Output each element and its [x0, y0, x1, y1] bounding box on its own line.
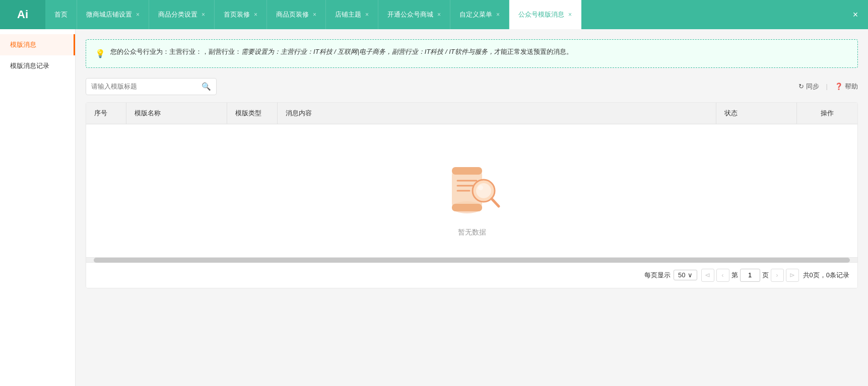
search-actions: ↻ 同步 | ❓ 帮助 — [798, 82, 858, 91]
tab-close-weishop[interactable]: × — [136, 11, 140, 18]
horizontal-scrollbar[interactable] — [86, 257, 857, 262]
nav-close-button[interactable]: × — [843, 0, 868, 29]
app-logo: Ai — [0, 0, 45, 29]
nav-tab-product[interactable]: 商品页装修 × — [267, 0, 326, 29]
tab-close-category[interactable]: × — [202, 11, 205, 18]
nav-tab-home[interactable]: 首页 — [45, 0, 77, 29]
page-nav: ⊲ ‹ 第 页 › ⊳ — [701, 269, 799, 282]
tab-close-template[interactable]: × — [568, 11, 572, 18]
tab-close-homepage[interactable]: × — [254, 11, 257, 18]
notice-icon: 💡 — [95, 47, 105, 60]
tab-close-theme[interactable]: × — [365, 11, 369, 18]
search-bar: 🔍 ↻ 同步 | ❓ 帮助 — [86, 78, 858, 95]
th-status: 状态 — [716, 103, 797, 124]
th-seq: 序号 — [86, 103, 126, 124]
first-page-button[interactable]: ⊲ — [701, 269, 714, 282]
page-size-label: 每页显示 — [644, 271, 671, 280]
table-wrap: 序号 模版名称 模版类型 消息内容 状态 操作 — [86, 102, 858, 288]
nav-tab-theme[interactable]: 店铺主题 × — [326, 0, 378, 29]
next-page-button[interactable]: › — [771, 269, 784, 282]
svg-line-9 — [492, 199, 499, 206]
help-button[interactable]: ❓ 帮助 — [835, 82, 858, 91]
svg-point-10 — [478, 185, 483, 190]
help-icon: ❓ — [835, 83, 843, 90]
top-nav: Ai 首页 微商城店铺设置 × 商品分类设置 × 首页装修 × 商品页装修 × … — [0, 0, 868, 29]
page-size-wrap: 每页显示 50 ∨ — [644, 270, 697, 280]
nav-tab-mall[interactable]: 开通公众号商城 × — [378, 0, 450, 29]
search-input-wrap: 🔍 — [86, 78, 217, 95]
nav-tab-weishop[interactable]: 微商城店铺设置 × — [77, 0, 149, 29]
empty-text: 暂无数据 — [458, 228, 486, 237]
last-page-button[interactable]: ⊳ — [786, 269, 799, 282]
main-layout: 模版消息 模版消息记录 💡 您的公众号行业为：主营行业：，副营行业：需要设置为：… — [0, 29, 868, 386]
th-content: 消息内容 — [278, 103, 716, 124]
page-input-wrap: 第 页 — [731, 269, 769, 282]
content-area: 💡 您的公众号行业为：主营行业：，副营行业：需要设置为：主营行业：IT科技 / … — [76, 29, 868, 386]
pagination: 每页显示 50 ∨ ⊲ ‹ 第 页 › ⊳ — [86, 262, 857, 288]
table-header: 序号 模版名称 模版类型 消息内容 状态 操作 — [86, 103, 857, 124]
tab-close-mall[interactable]: × — [437, 11, 441, 18]
nav-tab-category[interactable]: 商品分类设置 × — [149, 0, 215, 29]
sidebar-item-template-record[interactable]: 模版消息记录 — [0, 55, 75, 76]
sidebar-item-template-msg[interactable]: 模版消息 — [0, 34, 75, 55]
sidebar: 模版消息 模版消息记录 — [0, 29, 76, 386]
nav-tab-template[interactable]: 公众号模版消息 × — [509, 0, 581, 29]
sync-button[interactable]: ↻ 同步 — [798, 82, 819, 91]
page-size-select[interactable]: 50 ∨ — [674, 270, 697, 280]
th-action: 操作 — [797, 103, 857, 124]
notice-highlight: 需要设置为：主营行业：IT科技 / 互联网|电子商务，副营行业：IT科技 / I… — [241, 48, 494, 55]
sync-icon: ↻ — [798, 83, 804, 90]
tab-close-product[interactable]: × — [313, 11, 316, 18]
search-button[interactable]: 🔍 — [202, 82, 211, 91]
svg-rect-2 — [452, 167, 482, 175]
svg-rect-3 — [452, 204, 482, 211]
empty-illustration — [439, 155, 505, 220]
svg-point-8 — [476, 183, 491, 198]
divider: | — [826, 83, 828, 90]
prev-page-button[interactable]: ‹ — [716, 269, 729, 282]
nav-tab-menu[interactable]: 自定义菜单 × — [450, 0, 509, 29]
search-input[interactable] — [91, 83, 202, 90]
page-number-input[interactable] — [740, 269, 760, 282]
notice-box: 💡 您的公众号行业为：主营行业：，副营行业：需要设置为：主营行业：IT科技 / … — [86, 39, 858, 68]
nav-tabs: 首页 微商城店铺设置 × 商品分类设置 × 首页装修 × 商品页装修 × 店铺主… — [45, 0, 843, 29]
empty-state: 暂无数据 — [86, 124, 857, 257]
total-text: 共0页，0条记录 — [803, 271, 849, 280]
tab-close-menu[interactable]: × — [496, 11, 500, 18]
chevron-down-icon: ∨ — [688, 271, 693, 279]
notice-text: 您的公众号行业为：主营行业：，副营行业：需要设置为：主营行业：IT科技 / 互联… — [110, 47, 573, 57]
th-name: 模版名称 — [126, 103, 227, 124]
nav-tab-homepage[interactable]: 首页装修 × — [215, 0, 267, 29]
scroll-thumb[interactable] — [94, 258, 850, 263]
th-type: 模版类型 — [227, 103, 278, 124]
